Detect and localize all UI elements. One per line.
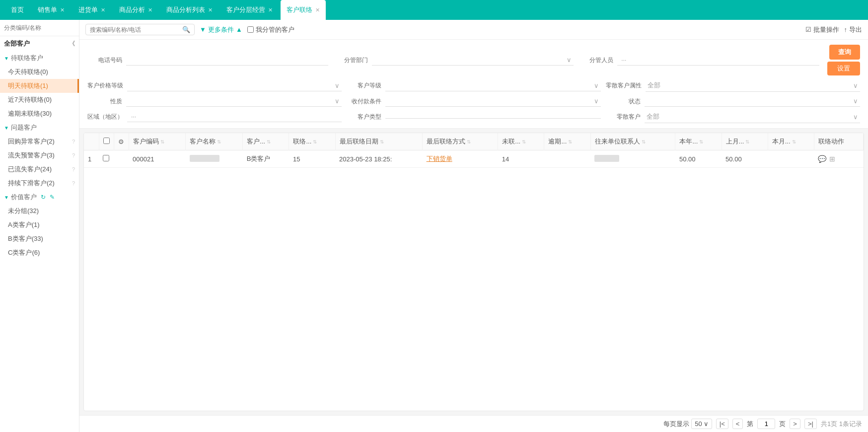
cell-last-contact-method: 下销货单 <box>423 150 498 168</box>
table-footer: 每页显示 50 ∨ |< < 第 页 > >| 共1页 1条记录 <box>79 415 868 432</box>
filter-panel: 电话号码 分管部门 ∨ 分管人员 ··· <box>79 40 868 129</box>
customer-type-select[interactable] <box>385 115 601 119</box>
nav-customer-contact[interactable]: 客户联络 ✕ <box>281 0 326 20</box>
sidebar-search-input[interactable] <box>4 24 78 31</box>
nav-product-analysis[interactable]: 商品分析 ✕ <box>113 0 158 20</box>
help-icon: ? <box>72 180 75 186</box>
export-btn[interactable]: ↑ 导出 <box>844 25 863 34</box>
sidebar-item-churn-warning[interactable]: 流失预警客户(3) ? <box>0 148 79 162</box>
sort-icon: ⇅ <box>568 139 572 144</box>
close-icon[interactable]: ✕ <box>101 7 105 13</box>
payment-select[interactable]: ∨ <box>385 96 601 107</box>
query-button[interactable]: 查询 <box>829 45 860 60</box>
top-navigation: 首页 销售单 ✕ 进货单 ✕ 商品分析 ✕ 商品分析列表 ✕ 客户分层经营 ✕ … <box>0 0 868 20</box>
cell-index: 1 <box>84 150 99 168</box>
price-level-filter: 客户价格等级 ∨ <box>87 80 342 91</box>
chevron-up-icon: ▲ <box>236 26 242 33</box>
close-icon[interactable]: ✕ <box>315 7 320 13</box>
sidebar-item-today-contact[interactable]: 今天待联络(0) <box>0 65 79 79</box>
cell-contact-count: 15 <box>289 150 335 168</box>
first-page-btn[interactable]: |< <box>716 419 728 429</box>
sidebar-item-churned[interactable]: 已流失客户(24) ? <box>0 162 79 176</box>
nav-customer-tier[interactable]: 客户分层经营 ✕ <box>220 0 279 20</box>
main-search-input[interactable] <box>90 26 179 33</box>
region-select[interactable]: ··· <box>127 112 342 122</box>
nav-product-analysis-list[interactable]: 商品分析列表 ✕ <box>160 0 218 20</box>
edit-icon[interactable]: ✎ <box>50 194 55 201</box>
price-level-select[interactable]: ∨ <box>127 80 342 91</box>
more-filters-btn[interactable]: ▼ 更多条件 ▲ <box>200 25 242 34</box>
chevron-down-icon: ∨ <box>335 82 340 89</box>
cell-gear <box>114 150 129 168</box>
gender-select[interactable]: ∨ <box>126 96 342 107</box>
sidebar-item-tomorrow-contact[interactable]: 明天待联络(1) <box>0 79 79 93</box>
customer-level-select[interactable]: ∨ <box>385 80 601 91</box>
last-contact-method-link[interactable]: 下销货单 <box>427 155 452 162</box>
close-icon[interactable]: ✕ <box>268 7 273 13</box>
status-filter: 状态 ∨ <box>606 96 860 107</box>
search-icon-btn[interactable]: 🔍 <box>182 26 190 33</box>
filter-row-1: 电话号码 分管部门 ∨ 分管人员 ··· <box>87 45 860 75</box>
contacts-masked <box>594 155 619 162</box>
gear-icon[interactable]: ⚙ <box>118 138 124 145</box>
col-last-contact-date: 最后联络日期 ⇅ <box>335 133 423 150</box>
dept-filter: 分管部门 ∨ <box>333 55 574 66</box>
region-filter: 区域（地区） ··· <box>87 112 342 122</box>
table-body: 1 000021 B类客户 15 2023-05-23 18:25: <box>84 150 864 168</box>
close-icon[interactable]: ✕ <box>208 7 213 13</box>
chevron-down-icon: ∨ <box>704 420 709 428</box>
sidebar-item-c-class[interactable]: C类客户(6) <box>0 246 79 260</box>
sidebar-item-7day-contact[interactable]: 近7天待联络(0) <box>0 93 79 107</box>
status-select[interactable]: ∨ <box>645 96 860 107</box>
col-customer-name: 客户名称 ⇅ <box>186 133 243 150</box>
next-page-btn[interactable]: > <box>790 419 800 429</box>
contact-icon[interactable]: 💬 <box>818 155 826 163</box>
sidebar-item-b-class[interactable]: B类客户(33) <box>0 232 79 246</box>
chevron-down-icon: ∨ <box>594 97 599 105</box>
sort-icon: ⇅ <box>642 139 646 144</box>
help-icon: ? <box>72 166 75 172</box>
retail-customer-select[interactable]: 全部 ∨ <box>645 111 860 123</box>
select-all-checkbox[interactable] <box>103 138 110 144</box>
all-customers-title[interactable]: 全部客户 《 <box>0 36 79 51</box>
sort-icon: ⇅ <box>522 139 526 144</box>
phone-input[interactable] <box>126 55 328 66</box>
problem-customers-group: ▼ 问题客户 <box>0 121 79 135</box>
refresh-icon[interactable]: ↻ <box>41 194 46 201</box>
col-customer-code: 客户编码 ⇅ <box>129 133 186 150</box>
close-icon[interactable]: ✕ <box>60 7 65 13</box>
nav-sales-order[interactable]: 销售单 ✕ <box>32 0 71 20</box>
chevron-down-icon: ∨ <box>853 113 858 121</box>
page-size-select: 每页显示 50 ∨ <box>663 419 712 429</box>
prev-page-btn[interactable]: < <box>732 419 743 429</box>
dept-select[interactable]: ∨ <box>372 55 574 66</box>
col-gear: ⚙ <box>114 133 129 150</box>
sidebar-item-repurchase-abnormal[interactable]: 回购异常客户(2) ? <box>0 135 79 148</box>
last-page-btn[interactable]: >| <box>804 419 817 429</box>
nav-purchase-order[interactable]: 进货单 ✕ <box>72 0 111 20</box>
cell-contacts <box>590 150 675 168</box>
page-number-input[interactable] <box>757 419 775 429</box>
export-icon: ↑ <box>844 26 848 33</box>
my-customers-checkbox[interactable] <box>247 26 254 33</box>
retail-attr-select[interactable]: 全部 ∨ <box>646 79 860 92</box>
triangle-icon: ▼ <box>4 56 9 61</box>
page-size-dropdown[interactable]: 50 ∨ <box>691 419 712 429</box>
help-icon: ? <box>72 139 75 144</box>
batch-operation-btn[interactable]: ☑ 批量操作 <box>805 25 839 34</box>
nav-home[interactable]: 首页 <box>5 0 30 20</box>
grid-icon[interactable]: ⊞ <box>829 155 835 163</box>
chevron-down-icon: ∨ <box>594 82 599 89</box>
settings-button[interactable]: 设置 <box>827 62 860 75</box>
sidebar-item-declining[interactable]: 持续下滑客户(2) ? <box>0 176 79 190</box>
sidebar-item-a-class[interactable]: A类客户(1) <box>0 218 79 232</box>
manager-select[interactable]: ··· <box>617 55 819 66</box>
col-overdue: 逾期... ⇅ <box>544 133 590 150</box>
sidebar-item-overdue-contact[interactable]: 逾期未联络(30) <box>0 107 79 121</box>
triangle-icon: ▼ <box>4 195 9 200</box>
close-icon[interactable]: ✕ <box>148 7 152 13</box>
sidebar-item-ungrouped[interactable]: 未分组(32) <box>0 204 79 218</box>
sort-icon: ⇅ <box>217 139 221 144</box>
row-checkbox[interactable] <box>103 155 109 161</box>
sort-icon: ⇅ <box>380 139 384 144</box>
